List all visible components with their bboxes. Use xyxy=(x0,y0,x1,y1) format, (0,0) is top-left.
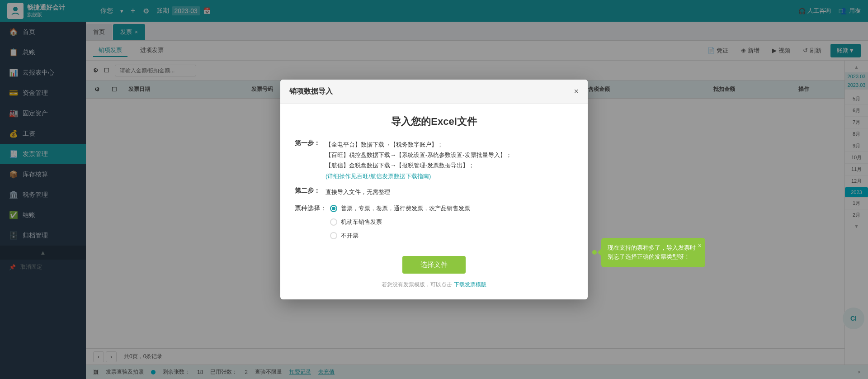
radio-general-circle xyxy=(330,205,337,212)
tooltip-dot xyxy=(592,250,597,255)
radio-no-invoice-circle xyxy=(330,232,337,239)
radio-general-inner xyxy=(332,207,335,210)
ticket-options: 普票，专票，卷票，通行费发票，农产品销售发票 机动车销售发票 不开票 xyxy=(330,204,470,245)
step1-label: 第一步： xyxy=(295,139,322,182)
modal-title: 销项数据导入 xyxy=(289,87,333,96)
tooltip-arrow xyxy=(598,249,601,256)
modal-footer: 若您没有发票模版，可以点击 下载发票模版 xyxy=(295,281,573,289)
modal-overlay[interactable]: 销项数据导入 × 导入您的Excel文件 第一步： 【全电平台】数据下载→【税务… xyxy=(0,0,868,379)
modal-main-title: 导入您的Excel文件 xyxy=(295,115,573,128)
radio-vehicle[interactable]: 机动车销售发票 xyxy=(330,218,470,226)
radio-vehicle-circle xyxy=(330,218,337,226)
step1-line1: 【全电平台】数据下载→【税务数字账户】； xyxy=(326,139,512,150)
ticket-selection-label: 票种选择： xyxy=(295,204,326,213)
modal-close-button[interactable]: × xyxy=(574,87,579,96)
step2-content: 直接导入文件，无需整理 xyxy=(326,187,390,197)
select-file-button[interactable]: 选择文件 xyxy=(402,256,466,274)
modal-body: 导入您的Excel文件 第一步： 【全电平台】数据下载→【税务数字账户】； 【百… xyxy=(280,104,588,300)
tooltip-text: 现在支持的票种多了，导入发票时别忘了选择正确的发票类型呀！ xyxy=(608,244,696,261)
modal-header: 销项数据导入 × xyxy=(280,80,588,104)
radio-vehicle-label: 机动车销售发票 xyxy=(341,218,382,226)
radio-no-invoice[interactable]: 不开票 xyxy=(330,232,470,240)
download-template-link[interactable]: 下载发票模版 xyxy=(454,281,486,288)
tooltip-close[interactable]: × xyxy=(698,241,702,251)
step1-link-text[interactable]: (详细操作见百旺/航信发票数据下载指南) xyxy=(326,173,431,180)
modal-dialog: 销项数据导入 × 导入您的Excel文件 第一步： 【全电平台】数据下载→【税务… xyxy=(280,80,588,300)
step2-label: 第二步： xyxy=(295,187,322,197)
step1-row: 第一步： 【全电平台】数据下载→【税务数字账户】； 【百旺】税控盘数据下载→【系… xyxy=(295,139,573,182)
modal-footer-text: 若您没有发票模版，可以点击 xyxy=(382,281,452,288)
step1-line2: 【百旺】税控盘数据下载→【系统设置-系统参数设置-发票批量导入】； xyxy=(326,150,512,160)
step1-content: 【全电平台】数据下载→【税务数字账户】； 【百旺】税控盘数据下载→【系统设置-系… xyxy=(326,139,512,182)
tooltip-bubble: × 现在支持的票种多了，导入发票时别忘了选择正确的发票类型呀！ xyxy=(601,238,705,268)
radio-general-label: 普票，专票，卷票，通行费发票，农产品销售发票 xyxy=(341,204,470,213)
step2-row: 第二步： 直接导入文件，无需整理 xyxy=(295,187,573,197)
step1-line3: 【航信】金税盘数据下载→【报税管理-发票数据导出】； xyxy=(326,160,512,171)
radio-general[interactable]: 普票，专票，卷票，通行费发票，农产品销售发票 xyxy=(330,204,470,213)
step1-link[interactable]: (详细操作见百旺/航信发票数据下载指南) xyxy=(326,171,512,181)
ticket-selection: 票种选择： 普票，专票，卷票，通行费发票，农产品销售发票 机动车销售 xyxy=(295,204,573,245)
radio-no-invoice-label: 不开票 xyxy=(341,232,359,240)
